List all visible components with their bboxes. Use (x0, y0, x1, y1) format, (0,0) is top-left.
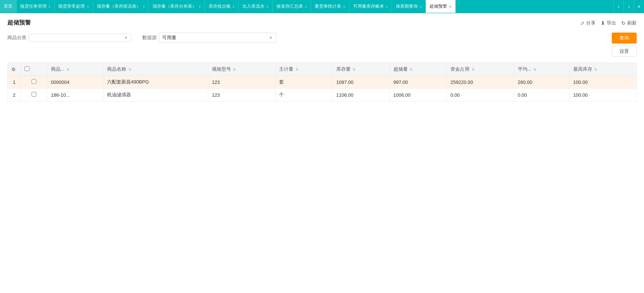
row-checkbox-1[interactable] (21, 76, 47, 89)
sort-icon-max-stock: ⇅ (594, 67, 597, 71)
data-table: ⚙ 商品... ⇅ 商品名称 ⇅ 规格型号 ⇅ 主计量 (7, 63, 637, 101)
th-max-stock[interactable]: 最高库存 ⇅ (569, 63, 636, 76)
sort-icon-spec: ⇅ (233, 67, 236, 71)
nav-tab-7-label: 收发存汇总表 (277, 3, 303, 10)
refresh-icon: ↻ (621, 20, 626, 26)
nav-prev-arrow[interactable]: ‹ (613, 0, 623, 13)
th-avg[interactable]: 平均... ⇅ (514, 63, 569, 76)
th-overstock[interactable]: 超储量 ⇅ (389, 63, 447, 76)
row-num-2: 2 (8, 89, 21, 101)
query-button[interactable]: 查询 (612, 33, 637, 44)
th-product-code[interactable]: 商品... ⇅ (47, 63, 103, 76)
nav-tab-2[interactable]: 拣货异常处理 × (55, 0, 93, 13)
nav-tab-home[interactable]: 首页 (0, 0, 17, 13)
datasource-dropdown-icon: ▼ (269, 36, 273, 40)
export-label: 导出 (607, 20, 616, 26)
sort-icon-unit: ⇅ (296, 67, 299, 71)
nav-tab-1[interactable]: 拣货任务管理 × (17, 0, 55, 13)
spec-1: 123 (208, 76, 275, 89)
unit-2: 个 (275, 89, 333, 101)
category-dropdown-icon: ▼ (124, 36, 128, 40)
nav-tab-9-close[interactable]: × (386, 4, 388, 9)
row-select-2[interactable] (32, 92, 36, 97)
table-header: ⚙ 商品... ⇅ 商品名称 ⇅ 规格型号 ⇅ 主计量 (8, 63, 637, 76)
th-spec[interactable]: 规格型号 ⇅ (208, 63, 275, 76)
nav-tab-7-close[interactable]: × (305, 4, 307, 9)
row-num-1: 1 (8, 76, 21, 89)
nav-tab-9[interactable]: 可用量库存账本 × (350, 0, 392, 13)
th-unit-label: 主计量 (279, 66, 293, 72)
unit-1: 套 (275, 76, 333, 89)
page-title: 超储预警 (7, 19, 31, 27)
nav-tab-4-label: 现存量（库存分布表） (153, 3, 197, 10)
nav-tab-11[interactable]: 超储预警 × (426, 0, 455, 13)
nav-tab-8[interactable]: 要货单统计表 × (311, 0, 349, 13)
max-stock-2: 100.00 (569, 89, 636, 101)
nav-tab-3[interactable]: 现存量（库存状况表） × (93, 0, 149, 13)
th-product-name[interactable]: 商品名称 ⇅ (103, 63, 208, 76)
datasource-select[interactable]: 可用量 ▼ (159, 33, 276, 43)
select-all-checkbox[interactable] (25, 66, 29, 71)
action-buttons: 查询 设置 (612, 33, 637, 57)
nav-next-arrow[interactable]: › (623, 0, 634, 13)
th-stock[interactable]: 库存量 ⇅ (332, 63, 389, 76)
nav-tab-8-close[interactable]: × (343, 4, 345, 9)
share-button[interactable]: ⬀ 分享 (580, 20, 596, 26)
refresh-button[interactable]: ↻ 刷新 (621, 20, 637, 26)
avg-1: 260.00 (514, 76, 569, 89)
nav-close-all[interactable]: × (634, 0, 644, 13)
capital-2: 0.00 (447, 89, 514, 101)
category-filter: 商品分类 ▼ (7, 33, 131, 43)
row-select-1[interactable] (32, 79, 36, 84)
nav-tab-5-close[interactable]: × (233, 4, 235, 9)
header-actions: ⬀ 分享 ⬇ 导出 ↻ 刷新 (580, 20, 637, 26)
nav-tab-6-label: 出入库流水 (242, 3, 264, 10)
th-product-code-label: 商品... (51, 66, 65, 72)
sort-icon-stock: ⇅ (352, 67, 355, 71)
page-content: 超储预警 ⬀ 分享 ⬇ 导出 ↻ 刷新 商品分类 ▼ (0, 13, 644, 293)
sort-icon-product-code: ⇅ (66, 67, 69, 71)
nav-tab-11-close[interactable]: × (449, 4, 451, 9)
stock-1: 1097.00 (332, 76, 389, 89)
nav-tab-3-close[interactable]: × (143, 4, 145, 9)
category-select[interactable]: ▼ (29, 34, 131, 42)
nav-tab-6[interactable]: 出入库流水 × (239, 0, 272, 13)
th-stock-label: 库存量 (336, 66, 351, 72)
nav-tab-6-close[interactable]: × (266, 4, 268, 9)
sort-icon-product-name: ⇅ (128, 67, 131, 71)
nav-tab-4-close[interactable]: × (198, 4, 201, 9)
th-unit[interactable]: 主计量 ⇅ (275, 63, 333, 76)
refresh-label: 刷新 (627, 20, 637, 26)
nav-tab-2-close[interactable]: × (87, 4, 89, 9)
filter-container: 商品分类 ▼ 数据源 可用量 ▼ 查询 设置 (7, 33, 637, 57)
th-overstock-label: 超储量 (394, 66, 408, 72)
nav-tab-1-close[interactable]: × (48, 4, 51, 9)
nav-tab-11-label: 超储预警 (429, 3, 447, 10)
th-settings[interactable]: ⚙ (8, 63, 21, 76)
product-code-2: 186-10... (47, 89, 103, 101)
export-icon: ⬇ (601, 20, 605, 26)
table-header-row: ⚙ 商品... ⇅ 商品名称 ⇅ 规格型号 ⇅ 主计量 (8, 63, 637, 76)
th-checkbox (21, 63, 47, 76)
datasource-filter: 数据源 可用量 ▼ (142, 33, 276, 43)
export-button[interactable]: ⬇ 导出 (601, 20, 616, 26)
avg-2: 0.00 (514, 89, 569, 101)
sort-icon-avg: ⇅ (533, 67, 536, 71)
nav-tab-5[interactable]: 库存批次账 × (205, 0, 239, 13)
filter-fields: 商品分类 ▼ 数据源 可用量 ▼ (7, 33, 612, 43)
th-capital[interactable]: 资金占用 ⇅ (447, 63, 514, 76)
spec-2: 123 (208, 89, 275, 101)
nav-tab-7[interactable]: 收发存汇总表 × (273, 0, 311, 13)
nav-tab-10-close[interactable]: × (420, 4, 422, 9)
setting-button[interactable]: 设置 (612, 46, 637, 57)
nav-tab-home-label: 首页 (4, 3, 12, 10)
sort-icon-overstock: ⇅ (410, 67, 413, 71)
overstock-2: 1006.00 (389, 89, 447, 101)
nav-tab-8-label: 要货单统计表 (315, 3, 341, 10)
table-body: 1 0000004 六配套新昌490BPG 123 套 1097.00 997.… (8, 76, 637, 101)
product-name-1: 六配套新昌490BPG (103, 76, 208, 89)
nav-tab-10[interactable]: 保质期查询 × (392, 0, 426, 13)
row-checkbox-2[interactable] (21, 89, 47, 101)
nav-tab-1-label: 拣货任务管理 (20, 3, 47, 10)
nav-tab-4[interactable]: 现存量（库存分布表） × (149, 0, 205, 13)
